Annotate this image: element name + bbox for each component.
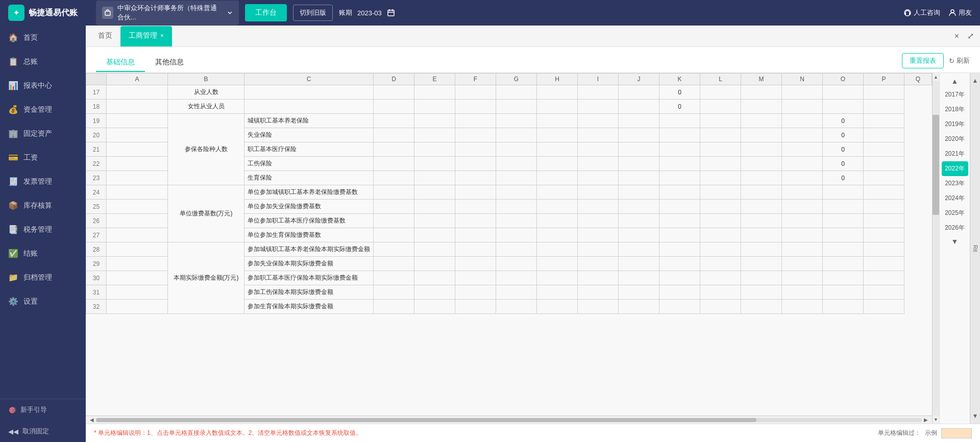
cell-e[interactable] bbox=[414, 185, 455, 200]
cell-c[interactable]: 失业保险 bbox=[244, 128, 374, 142]
cell-k[interactable] bbox=[659, 285, 700, 300]
cell-l[interactable] bbox=[700, 300, 741, 314]
cell-c[interactable]: 职工基本医疗保险 bbox=[244, 142, 374, 157]
cell-e[interactable] bbox=[414, 142, 455, 157]
sidebar-item-salary[interactable]: 💳 工资 bbox=[0, 145, 86, 169]
cell-b[interactable]: 参保各险种人数 bbox=[168, 114, 244, 185]
cell-k[interactable]: 0 bbox=[659, 85, 700, 100]
cell-g[interactable] bbox=[496, 142, 537, 157]
cell-a[interactable] bbox=[107, 171, 168, 185]
cell-c[interactable]: 单位参加职工基本医疗保险缴费基数 bbox=[244, 214, 374, 228]
cell-p[interactable] bbox=[864, 257, 904, 271]
cell-g[interactable] bbox=[496, 114, 537, 128]
cell-k[interactable] bbox=[659, 114, 700, 128]
workbench-button[interactable]: 工作台 bbox=[245, 4, 287, 21]
cell-d[interactable] bbox=[374, 271, 414, 285]
cell-n[interactable] bbox=[782, 85, 823, 100]
cell-h[interactable] bbox=[537, 128, 578, 142]
tab-commerce[interactable]: 工商管理 × bbox=[120, 26, 172, 46]
cell-p[interactable] bbox=[864, 185, 904, 200]
year-item[interactable]: 2024年 bbox=[942, 191, 968, 206]
cell-n[interactable] bbox=[782, 171, 823, 185]
h-scrollbar-track[interactable] bbox=[96, 418, 922, 422]
cell-o[interactable] bbox=[823, 300, 864, 314]
cell-i[interactable] bbox=[578, 171, 619, 185]
cell-f[interactable] bbox=[455, 157, 496, 171]
cell-i[interactable] bbox=[578, 100, 619, 114]
cell-f[interactable] bbox=[455, 271, 496, 285]
cell-e[interactable] bbox=[414, 271, 455, 285]
sidebar-item-invoice[interactable]: 🧾 发票管理 bbox=[0, 169, 86, 193]
cell-f[interactable] bbox=[455, 214, 496, 228]
cell-h[interactable] bbox=[537, 285, 578, 300]
cell-c[interactable]: 参加生育保险本期实际缴费金额 bbox=[244, 300, 374, 314]
sidebar-guide[interactable]: 🎯 新手引导 bbox=[0, 399, 86, 421]
cell-a[interactable] bbox=[107, 271, 168, 285]
cell-p[interactable] bbox=[864, 85, 904, 100]
cell-j[interactable] bbox=[619, 128, 659, 142]
cell-d[interactable] bbox=[374, 200, 414, 214]
sidebar-item-settings[interactable]: ⚙️ 设置 bbox=[0, 289, 86, 313]
cell-g[interactable] bbox=[496, 242, 537, 257]
cell-e[interactable] bbox=[414, 100, 455, 114]
cell-l[interactable] bbox=[700, 257, 741, 271]
cell-n[interactable] bbox=[782, 214, 823, 228]
cell-p[interactable] bbox=[864, 157, 904, 171]
cell-n[interactable] bbox=[782, 285, 823, 300]
cell-d[interactable] bbox=[374, 85, 414, 100]
cell-a[interactable] bbox=[107, 85, 168, 100]
cell-j[interactable] bbox=[619, 242, 659, 257]
cell-e[interactable] bbox=[414, 214, 455, 228]
sidebar-item-home[interactable]: 🏠 首页 bbox=[0, 26, 86, 50]
cell-k[interactable] bbox=[659, 171, 700, 185]
cell-n[interactable] bbox=[782, 228, 823, 242]
v-scrollbar[interactable]: ▲ ▼ bbox=[932, 73, 939, 424]
cell-m[interactable] bbox=[741, 114, 782, 128]
cell-f[interactable] bbox=[455, 228, 496, 242]
cell-d[interactable] bbox=[374, 300, 414, 314]
cell-p[interactable] bbox=[864, 100, 904, 114]
cell-g[interactable] bbox=[496, 285, 537, 300]
cell-f[interactable] bbox=[455, 171, 496, 185]
cell-a[interactable] bbox=[107, 257, 168, 271]
cell-j[interactable] bbox=[619, 214, 659, 228]
cell-j[interactable] bbox=[619, 185, 659, 200]
sidebar-item-ledger[interactable]: 📋 总账 bbox=[0, 50, 86, 73]
cell-g[interactable] bbox=[496, 271, 537, 285]
company-selector[interactable]: 中审众环会计师事务所（特殊普通合伙... bbox=[96, 1, 239, 25]
cell-p[interactable] bbox=[864, 242, 904, 257]
cell-e[interactable] bbox=[414, 242, 455, 257]
sidebar-item-tax[interactable]: 📑 税务管理 bbox=[0, 217, 86, 241]
cell-f[interactable] bbox=[455, 114, 496, 128]
cell-d[interactable] bbox=[374, 257, 414, 271]
sidebar-item-inventory[interactable]: 📦 库存核算 bbox=[0, 193, 86, 217]
year-item[interactable]: 2026年 bbox=[942, 220, 968, 235]
cell-n[interactable] bbox=[782, 271, 823, 285]
cell-d[interactable] bbox=[374, 228, 414, 242]
cell-i[interactable] bbox=[578, 271, 619, 285]
cell-m[interactable] bbox=[741, 142, 782, 157]
cell-a[interactable] bbox=[107, 200, 168, 214]
cell-i[interactable] bbox=[578, 157, 619, 171]
cell-a[interactable] bbox=[107, 242, 168, 257]
cell-m[interactable] bbox=[741, 228, 782, 242]
cell-l[interactable] bbox=[700, 242, 741, 257]
cell-d[interactable] bbox=[374, 242, 414, 257]
cell-c[interactable]: 单位参加城镇职工基本养老保险缴费基数 bbox=[244, 185, 374, 200]
cell-j[interactable] bbox=[619, 157, 659, 171]
cell-h[interactable] bbox=[537, 257, 578, 271]
switch-version-button[interactable]: 切到旧版 bbox=[293, 5, 333, 21]
cell-o[interactable]: 0 bbox=[823, 114, 864, 128]
cell-h[interactable] bbox=[537, 185, 578, 200]
cell-g[interactable] bbox=[496, 171, 537, 185]
cell-g[interactable] bbox=[496, 157, 537, 171]
cell-o[interactable]: 0 bbox=[823, 171, 864, 185]
cell-k[interactable] bbox=[659, 200, 700, 214]
cell-i[interactable] bbox=[578, 257, 619, 271]
sidebar-item-assets[interactable]: 🏢 固定资产 bbox=[0, 121, 86, 145]
cell-g[interactable] bbox=[496, 85, 537, 100]
year-item[interactable]: 2021年 bbox=[942, 146, 968, 161]
cell-i[interactable] bbox=[578, 214, 619, 228]
cell-g[interactable] bbox=[496, 214, 537, 228]
cell-p[interactable] bbox=[864, 128, 904, 142]
